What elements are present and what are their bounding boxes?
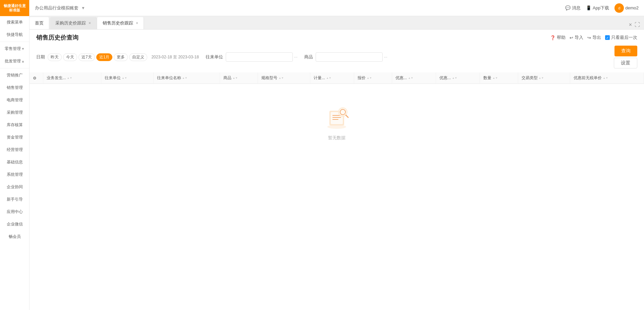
app-download-action[interactable]: 📱 App下载 [586, 5, 609, 11]
sidebar-item-label: 新手引导 [7, 197, 23, 202]
th-gear[interactable]: ⚙ [30, 72, 43, 84]
th-biz-date-label: 业务发生... [47, 75, 66, 81]
sidebar-item-ops-mgmt[interactable]: 经营管理 [0, 144, 29, 156]
sidebar-item-wholesale-mgmt[interactable]: 批发管理 ▲ [0, 55, 29, 67]
message-icon: 💬 [565, 5, 571, 10]
tab-sales-history[interactable]: 销售历史价跟踪 × [97, 17, 144, 29]
th-product-label: 商品 [223, 75, 231, 81]
product-input-wrap: ··· [316, 52, 387, 62]
avatar-initial: d [618, 6, 620, 10]
only-last-wrap[interactable]: 只看最后一次 [605, 35, 637, 41]
th-counterparty-name[interactable]: 往来单位名称 ▲▼ [153, 72, 220, 84]
sort-icon-9: ▲▼ [452, 77, 457, 80]
date-btn-custom[interactable]: 自定义 [129, 53, 147, 61]
help-label: 帮助 [557, 35, 566, 41]
sidebar-item-inventory[interactable]: 库存核算 [0, 119, 29, 131]
tab-sales-history-close[interactable]: × [136, 21, 138, 25]
message-action[interactable]: 💬 消息 [565, 5, 581, 11]
expand-icon[interactable]: ⛶ [635, 22, 640, 28]
sidebar-divider-2 [0, 68, 29, 68]
product-filter-label: 商品 [304, 54, 313, 60]
page-header: 销售历史价查询 ❓ 帮助 ↩ 导入 ↪ 导出 只看最后一次 [30, 30, 644, 42]
counterparty-input[interactable] [226, 52, 293, 62]
settings-button[interactable]: 设置 [614, 58, 637, 68]
sidebar-item-new-guide[interactable]: 新手引导 [0, 193, 29, 206]
sidebar-item-label: 企业微信 [7, 221, 23, 227]
chevron-down-icon: ▼ [21, 47, 25, 51]
sidebar-item-ecommerce-mgmt[interactable]: 电商管理 [0, 94, 29, 106]
counterparty-dots[interactable]: ··· [294, 55, 298, 59]
topbar-right: 💬 消息 📱 App下载 d demo2 [565, 3, 639, 13]
sidebar-item-label: 快捷导航 [7, 32, 23, 38]
help-action[interactable]: ❓ 帮助 [550, 35, 566, 41]
th-unit[interactable]: 计量... ▲▼ [310, 72, 354, 84]
th-discount1[interactable]: 优惠... ▲▼ [392, 72, 436, 84]
sidebar-item-system-mgmt[interactable]: 系统管理 [0, 168, 29, 181]
tab-purchase-history-close[interactable]: × [89, 21, 91, 25]
sidebar-item-label: 批发管理 [5, 58, 21, 64]
th-trade-type[interactable]: 交易类型 ▲▼ [518, 72, 570, 84]
sidebar-item-label: 应用中心 [7, 209, 23, 215]
date-btn-yesterday[interactable]: 昨天 [48, 53, 62, 61]
page-content: 销售历史价查询 ❓ 帮助 ↩ 导入 ↪ 导出 只看最后一次 [30, 30, 644, 310]
tab-home[interactable]: 首页 [30, 17, 49, 29]
close-all-icon[interactable]: × [629, 22, 632, 28]
topbar-dropdown-icon[interactable]: ▼ [81, 6, 85, 10]
avatar: d [614, 3, 624, 13]
only-last-checkbox[interactable] [605, 35, 610, 40]
sidebar-item-sales-mgmt[interactable]: 销售管理 [0, 82, 29, 94]
th-counterparty-code[interactable]: 往来单位 ▲▼ [101, 72, 154, 84]
sidebar-item-label: 畅会员 [9, 234, 21, 240]
date-btn-more[interactable]: 更多 [114, 53, 128, 61]
th-quantity[interactable]: 数量 ▲▼ [480, 72, 518, 84]
date-buttons: 昨天 今天 近7天 近1月 更多 自定义 [48, 53, 147, 61]
sidebar-item-purchase-mgmt[interactable]: 采购管理 [0, 106, 29, 119]
date-btn-7days[interactable]: 近7天 [78, 53, 95, 61]
th-counterparty-name-label: 往来单位名称 [157, 75, 181, 81]
th-quote[interactable]: 报价 ▲▼ [354, 72, 392, 84]
sidebar-item-marketing[interactable]: 营销推广 [0, 69, 29, 82]
sidebar-item-retail-mgmt[interactable]: 零售管理 ▼ [0, 43, 29, 55]
query-button[interactable]: 查询 [614, 46, 637, 56]
th-quantity-label: 数量 [483, 75, 491, 81]
date-btn-today[interactable]: 今天 [63, 53, 77, 61]
sidebar-item-member[interactable]: 畅会员 [0, 230, 29, 243]
tab-purchase-history-label: 采购历史价跟踪 [55, 20, 86, 26]
sidebar-item-app-center[interactable]: 应用中心 [0, 206, 29, 218]
sidebar-item-label: 企业协同 [7, 184, 23, 190]
download-icon: 📱 [586, 5, 591, 10]
th-spec[interactable]: 规格型号 ▲▼ [258, 72, 310, 84]
table-header-row: ⚙ 业务发生... ▲▼ 往来单位 ▲▼ [30, 72, 644, 84]
sidebar-item-search-menu[interactable]: 搜索菜单 [0, 16, 29, 29]
sidebar-item-label: 零售管理 [5, 46, 21, 52]
svg-line-8 [346, 115, 348, 117]
user-label: demo2 [625, 5, 639, 10]
sidebar-item-label: 采购管理 [7, 110, 23, 115]
product-input[interactable] [316, 52, 383, 62]
user-action[interactable]: d demo2 [614, 3, 639, 13]
sidebar-item-basic-info[interactable]: 基础信息 [0, 156, 29, 168]
sidebar-divider [0, 42, 29, 42]
export-action[interactable]: ↪ 导出 [587, 35, 601, 41]
th-biz-date[interactable]: 业务发生... ▲▼ [43, 72, 101, 84]
tab-purchase-history[interactable]: 采购历史价跟踪 × [50, 17, 97, 29]
sidebar-item-label: 搜索菜单 [7, 19, 23, 25]
sidebar-item-finance-mgmt[interactable]: 资金管理 [0, 131, 29, 144]
sidebar-logo: 畅捷通好生意 标准版 [0, 0, 29, 16]
sort-icon: ▲▼ [67, 77, 72, 80]
th-discount2[interactable]: 优惠... ▲▼ [436, 72, 480, 84]
product-dots[interactable]: ··· [384, 55, 387, 59]
th-product[interactable]: 商品 ▲▼ [220, 72, 258, 84]
sort-icon-10: ▲▼ [492, 77, 498, 80]
sort-icon-8: ▲▼ [408, 77, 413, 80]
th-pre-tax-price[interactable]: 优惠前无税单价 ▲▼ [570, 72, 644, 84]
date-btn-1month[interactable]: 近1月 [96, 53, 113, 61]
sidebar-item-label: 资金管理 [7, 135, 23, 140]
table-wrap: ⚙ 业务发生... ▲▼ 往来单位 ▲▼ [30, 72, 644, 310]
export-icon: ↪ [587, 35, 591, 40]
tab-sales-history-label: 销售历史价跟踪 [103, 20, 133, 26]
sidebar-item-enterprise-wechat[interactable]: 企业微信 [0, 218, 29, 230]
import-action[interactable]: ↩ 导入 [570, 35, 583, 41]
sidebar-item-enterprise-collab[interactable]: 企业协同 [0, 181, 29, 193]
sidebar-item-quick-nav[interactable]: 快捷导航 [0, 29, 29, 41]
